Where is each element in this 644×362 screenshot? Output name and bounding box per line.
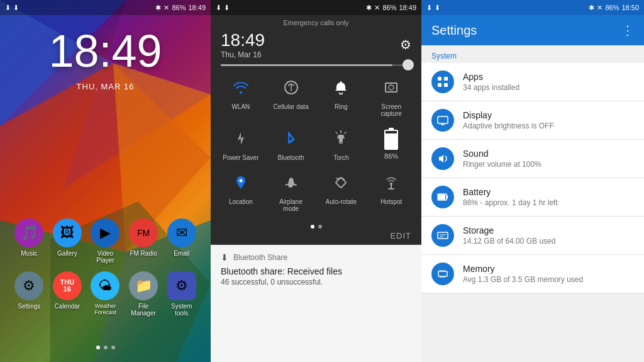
settings-item-memory[interactable]: Memory Avg 1.3 GB of 3.5 GB memory used <box>421 255 644 293</box>
tile-torch-label: Torch <box>333 154 348 161</box>
tile-cellular[interactable]: Cellular data <box>269 74 313 122</box>
settings-item-sound[interactable]: Sound Ringer volume at 100% <box>421 140 644 178</box>
notification-card[interactable]: ⬇ Bluetooth Share Bluetooth share: Recei… <box>211 245 421 362</box>
edit-row: EDIT <box>211 231 421 244</box>
edit-button[interactable]: EDIT <box>390 231 411 240</box>
settings-item-sound-text: Sound Ringer volume at 100% <box>463 149 634 169</box>
settings-download-icon: ⬇ <box>426 4 432 12</box>
lockscreen-apps: 🎵 Music 🖼 Gallery ▶ Video Player FM FM R… <box>0 218 211 324</box>
app-music[interactable]: 🎵 Music <box>11 218 47 264</box>
notif-bluetooth-icon: ✱ <box>366 4 372 12</box>
svg-rect-25 <box>438 116 448 123</box>
settings-gear-button[interactable]: ⚙ <box>400 37 411 52</box>
tile-battery-label: 86% <box>384 152 398 160</box>
settings-title: Settings <box>431 23 477 38</box>
app-settings[interactable]: ⚙ Settings <box>11 271 47 317</box>
app-video-player[interactable]: ▶ Video Player <box>87 218 123 264</box>
tile-battery[interactable]: 86% <box>369 125 413 166</box>
brightness-slider[interactable] <box>211 64 421 71</box>
app-filemanager-label: File Manager <box>126 303 161 317</box>
tile-autorotate[interactable]: Auto-rotate <box>319 169 363 217</box>
svg-point-16 <box>239 179 242 183</box>
battery-pct-label: 86% <box>172 4 186 11</box>
settings-item-storage-text: Storage 14.12 GB of 64.00 GB used <box>463 225 634 246</box>
app-settings-label: Settings <box>18 303 40 310</box>
svg-rect-23 <box>438 83 441 87</box>
storage-title: Storage <box>463 225 634 235</box>
tile-bluetooth[interactable]: Bluetooth <box>269 125 313 166</box>
tile-airplane[interactable]: Airplane mode <box>269 169 313 217</box>
svg-point-10 <box>389 85 394 90</box>
settings-item-battery[interactable]: Battery 86% - approx. 1 day 1 hr left <box>421 178 644 217</box>
app-email[interactable]: ✉ Email <box>164 218 199 264</box>
settings-status-bar: ⬇ ⬇ ✱ ✕ 86% 18:50 <box>421 0 644 15</box>
emergency-text: Emergency calls only <box>211 15 421 28</box>
app-systemtools-label: System tools <box>164 303 199 317</box>
memory-title: Memory <box>463 264 634 274</box>
svg-line-12 <box>345 132 346 133</box>
status-left-icons: ⬇ ⬇ <box>5 4 19 12</box>
tile-screen-capture[interactable]: Screen capture <box>369 74 413 122</box>
settings-item-display[interactable]: Display Adaptive brightness is OFF <box>421 101 644 140</box>
app-weather-label: Weather Forecast <box>87 303 123 315</box>
power-saver-icon <box>232 130 250 152</box>
tile-row-3: Location Airplane mode A <box>216 169 416 217</box>
settings-signal-icon: ✕ <box>597 4 602 12</box>
app-weather-forecast[interactable]: 🌤 Weather Forecast <box>87 271 123 317</box>
settings-more-button[interactable]: ⋮ <box>621 23 634 38</box>
fmradio-icon: FM <box>137 228 150 238</box>
apps-subtitle: 34 apps installed <box>463 83 634 92</box>
time-status: 18:49 <box>188 4 206 11</box>
tile-wlan[interactable]: WLAN <box>219 74 263 122</box>
tile-ring[interactable]: Ring <box>319 74 363 122</box>
memory-icon <box>431 263 454 285</box>
app-gallery-label: Gallery <box>57 250 77 257</box>
lockscreen-panel: ⬇ ⬇ ✱ ✕ 86% 18:49 18:49 THU, MAR 16 🎵 Mu… <box>0 0 211 362</box>
tile-hotspot[interactable]: Hotspot <box>369 169 413 217</box>
settings-bt-icon: ⬇ <box>435 4 440 12</box>
lockscreen-date: THU, MAR 16 <box>0 82 211 91</box>
notif-app-name: Bluetooth Share <box>233 253 287 262</box>
settings-item-storage[interactable]: Storage 14.12 GB of 64.00 GB used <box>421 217 644 255</box>
app-fmradio-label: FM Radio <box>130 250 157 257</box>
notif-date: Thu, Mar 16 <box>221 50 265 59</box>
app-calendar[interactable]: THU16 Calendar <box>50 271 85 317</box>
sound-icon <box>431 147 454 170</box>
notif-header: 18:49 Thu, Mar 16 ⚙ <box>211 28 421 64</box>
tile-location[interactable]: Location <box>219 169 263 217</box>
app-system-tools[interactable]: ⚙ System tools <box>164 271 199 317</box>
battery-big-icon <box>384 130 398 150</box>
app-music-label: Music <box>21 250 37 257</box>
quick-tiles: WLAN Cellular data Ring <box>211 71 421 222</box>
app-fm-radio[interactable]: FM FM Radio <box>126 218 161 264</box>
screenshot-icon <box>382 79 400 101</box>
svg-rect-14 <box>339 139 343 144</box>
svg-line-13 <box>336 132 337 133</box>
tile-power-saver[interactable]: Power Saver <box>219 125 263 166</box>
bluetooth-icon <box>282 130 300 152</box>
app-calendar-label: Calendar <box>55 303 80 310</box>
svg-rect-30 <box>438 232 448 239</box>
app-file-manager[interactable]: 📁 File Manager <box>126 271 161 317</box>
tile-row-1: WLAN Cellular data Ring <box>216 74 416 122</box>
tile-cellular-label: Cellular data <box>274 103 309 110</box>
settings-bluetooth-icon: ✱ <box>589 4 594 12</box>
app-gallery[interactable]: 🖼 Gallery <box>50 218 85 264</box>
brightness-track[interactable] <box>221 64 411 66</box>
lockscreen-status-bar: ⬇ ⬇ ✱ ✕ 86% 18:49 <box>0 0 211 15</box>
status-right-icons: ✱ ✕ 86% 18:49 <box>155 4 206 12</box>
display-subtitle: Adaptive brightness is OFF <box>463 122 634 130</box>
brightness-thumb[interactable] <box>402 59 414 71</box>
display-title: Display <box>463 110 634 120</box>
notif-status-bar: ⬇ ⬇ ✱ ✕ 86% 18:49 <box>211 0 421 15</box>
email-icon: ✉ <box>176 225 187 241</box>
dot-2 <box>104 346 108 349</box>
tile-torch[interactable]: Torch <box>319 125 363 166</box>
bluetooth-status-icon: ✱ <box>155 4 161 12</box>
settings-item-memory-text: Memory Avg 1.3 GB of 3.5 GB memory used <box>463 264 634 284</box>
page-indicator <box>0 346 211 349</box>
notif-status-right: ✱ ✕ 86% 18:49 <box>366 4 416 12</box>
bt-icon: ⬇ <box>5 4 11 12</box>
tile-bluetooth-label: Bluetooth <box>277 154 304 161</box>
settings-item-apps[interactable]: Apps 34 apps installed <box>421 63 644 101</box>
